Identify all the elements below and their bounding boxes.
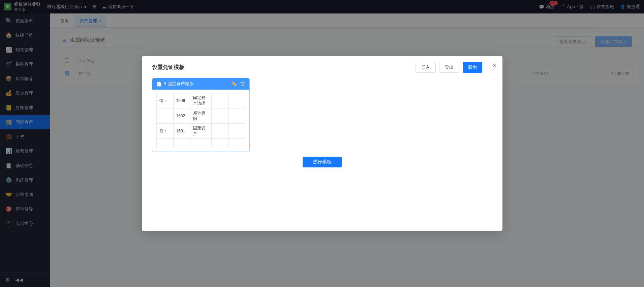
- dialog-action-buttons: 导入 导出 新增: [416, 62, 482, 73]
- template-entry-row-2: 贷： 1601 固定资产: [156, 124, 245, 139]
- entry-debit-2: [211, 124, 228, 139]
- template-select-area: 选择模板: [152, 157, 492, 167]
- template-name: 5-固定资产减少: [164, 81, 194, 87]
- entry-code-0: 1606: [173, 93, 190, 108]
- template-card-header: 📄 5-固定资产减少 ✏️ 🗑️: [152, 78, 249, 90]
- entry-name-1: 累计折旧: [190, 108, 211, 124]
- template-card-header-right: ✏️ 🗑️: [231, 81, 245, 87]
- template-list: 📄 5-固定资产减少 ✏️ 🗑️: [152, 78, 492, 152]
- entry-side-1: [156, 108, 173, 124]
- entry-debit-1: [211, 108, 228, 124]
- template-entry-row-3: [156, 139, 245, 148]
- entry-credit-0: [228, 93, 245, 108]
- content-area: 首页 资产管理 × ◀ 生成的凭证预览 批量调整凭证 全部生成凭证: [50, 13, 644, 287]
- template-entries-table: 借： 1606 固定资产清理: [156, 93, 245, 148]
- template-card-body: 借： 1606 固定资产清理: [152, 90, 249, 152]
- new-template-button[interactable]: 新增: [463, 62, 482, 73]
- entry-side-0: 借：: [156, 93, 173, 108]
- entry-credit-1: [228, 108, 245, 124]
- export-button[interactable]: 导出: [439, 62, 459, 73]
- entry-name-2: 固定资产: [190, 124, 211, 139]
- entry-credit-2: [228, 124, 245, 139]
- dialog-close-button[interactable]: ×: [493, 62, 496, 69]
- dialog-set-template: 设置凭证模板 × 导入 导出 新增 📄: [142, 56, 502, 231]
- template-card-5: 📄 5-固定资产减少 ✏️ 🗑️: [152, 78, 250, 152]
- template-entry-row-0: 借： 1606 固定资产清理: [156, 93, 245, 108]
- select-template-button[interactable]: 选择模板: [303, 157, 342, 167]
- template-edit-icon[interactable]: ✏️: [231, 81, 237, 87]
- entry-name-0: 固定资产清理: [190, 93, 211, 108]
- page-content: ◀ 生成的凭证预览 批量调整凭证 全部生成凭证 变动类型: [50, 28, 644, 287]
- entry-code-2: 1601: [173, 124, 190, 139]
- entry-code-1: 1602: [173, 108, 190, 124]
- dialog-overlay: 设置凭证模板 × 导入 导出 新增 📄: [50, 28, 644, 287]
- template-doc-icon: 📄: [156, 82, 162, 87]
- import-button[interactable]: 导入: [416, 62, 436, 73]
- template-delete-icon[interactable]: 🗑️: [240, 81, 245, 87]
- entry-side-2: 贷：: [156, 124, 173, 139]
- template-card-header-left: 📄 5-固定资产减少: [156, 81, 194, 87]
- template-entry-row-1: 1602 累计折旧: [156, 108, 245, 124]
- entry-debit-0: [211, 93, 228, 108]
